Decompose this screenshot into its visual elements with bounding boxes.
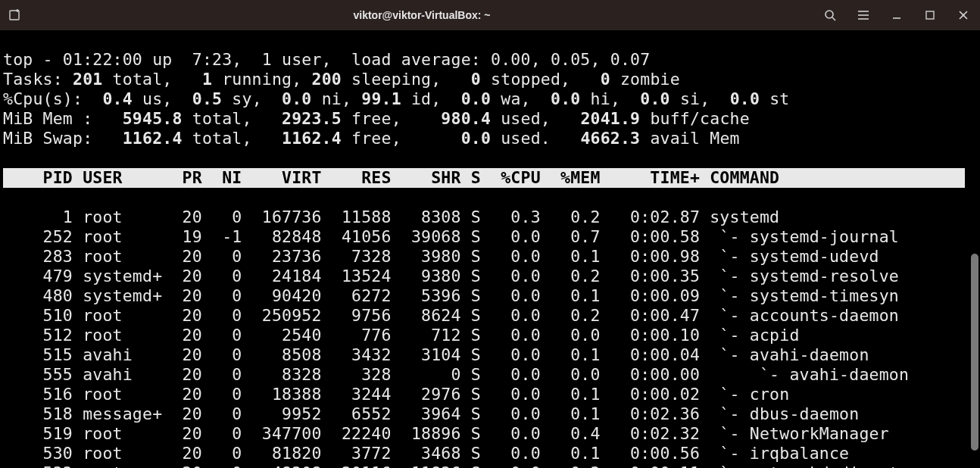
terminal-content: top - 01:22:00 up 7:23, 1 user, load ave…: [0, 30, 980, 468]
new-tab-button[interactable]: [0, 0, 30, 30]
svg-line-4: [832, 17, 835, 20]
swap-line: MiB Swap: 1162.4 total, 1162.4 free, 0.0…: [3, 129, 740, 148]
mem-line: MiB Mem : 5945.8 total, 2923.5 free, 980…: [3, 109, 750, 128]
menu-button[interactable]: [847, 0, 880, 30]
svg-rect-9: [926, 11, 934, 19]
top-summary-line: top - 01:22:00 up 7:23, 1 user, load ave…: [3, 50, 650, 69]
window-titlebar: viktor@viktor-VirtualBox: ~: [0, 0, 980, 30]
process-table-header: PID USER PR NI VIRT RES SHR S %CPU %MEM …: [3, 168, 965, 188]
terminal-viewport[interactable]: top - 01:22:00 up 7:23, 1 user, load ave…: [0, 30, 980, 468]
scrollbar-thumb[interactable]: [971, 254, 978, 451]
minimize-button[interactable]: [880, 0, 913, 30]
maximize-button[interactable]: [913, 0, 947, 30]
blank-line: [3, 30, 13, 49]
cpu-line: %Cpu(s): 0.4 us, 0.5 sy, 0.0 ni, 99.1 id…: [3, 89, 790, 108]
svg-point-3: [826, 11, 833, 18]
close-button[interactable]: [947, 0, 980, 30]
process-table-body: 1 root 20 0 167736 11588 8308 S 0.3 0.2 …: [3, 207, 909, 468]
window-title: viktor@viktor-VirtualBox: ~: [30, 9, 813, 21]
blank-line: [3, 148, 13, 167]
tasks-line: Tasks: 201 total, 1 running, 200 sleepin…: [3, 70, 680, 89]
search-button[interactable]: [813, 0, 847, 30]
